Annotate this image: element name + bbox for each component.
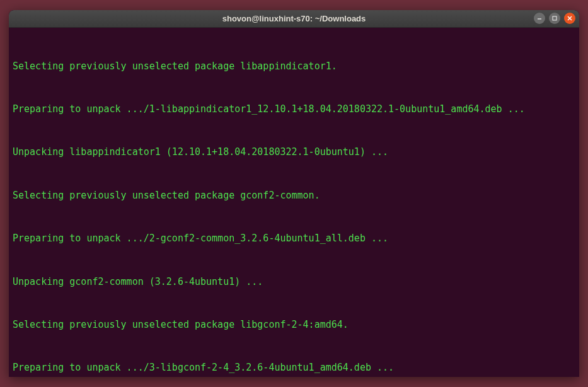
terminal-line: Unpacking gconf2-common (3.2.6-4ubuntu1)… bbox=[13, 275, 575, 289]
svg-rect-1 bbox=[553, 16, 556, 20]
maximize-button[interactable] bbox=[549, 13, 560, 24]
terminal-line: Selecting previously unselected package … bbox=[13, 188, 575, 203]
window-controls bbox=[534, 13, 575, 24]
terminal-body[interactable]: Selecting previously unselected package … bbox=[9, 28, 579, 377]
terminal-line: Preparing to unpack .../3-libgconf-2-4_3… bbox=[13, 361, 575, 375]
close-button[interactable] bbox=[564, 13, 575, 24]
window-title: shovon@linuxhint-s70: ~/Downloads bbox=[222, 14, 366, 23]
terminal-window: shovon@linuxhint-s70: ~/Downloads Select… bbox=[9, 10, 579, 377]
titlebar[interactable]: shovon@linuxhint-s70: ~/Downloads bbox=[9, 10, 579, 28]
terminal-line: Selecting previously unselected package … bbox=[13, 59, 575, 74]
minimize-button[interactable] bbox=[534, 13, 545, 24]
terminal-line: Selecting previously unselected package … bbox=[13, 318, 575, 332]
terminal-line: Preparing to unpack .../1-libappindicato… bbox=[13, 102, 575, 117]
terminal-line: Preparing to unpack .../2-gconf2-common_… bbox=[13, 231, 575, 246]
terminal-line: Unpacking libappindicator1 (12.10.1+18.0… bbox=[13, 145, 575, 159]
